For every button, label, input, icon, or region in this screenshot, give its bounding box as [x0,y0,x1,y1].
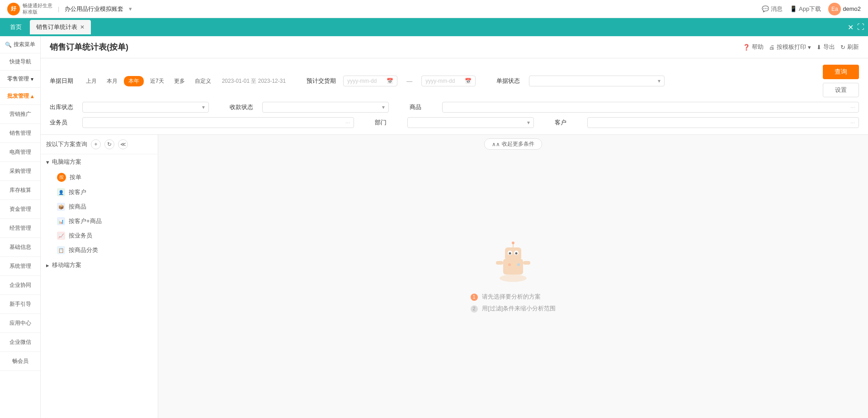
sidebar-item-procurement[interactable]: 采购管理 [0,162,40,181]
customer-input[interactable]: ··· [587,117,859,128]
department-select[interactable]: ▾ [407,117,534,128]
sidebar-item-ecommerce[interactable]: 电商管理 [0,143,40,162]
logo-text: 畅捷通好生意 标准版 [23,3,52,14]
scheme-by-customer-goods[interactable]: 📊 按客户+商品 [41,214,158,228]
sidebar-search[interactable]: 🔍 搜索菜单 [0,36,40,53]
tree-expand-pc-icon: ▾ [46,159,49,166]
collapse-more-bar: ∧∧ 收起更多条件 [158,135,868,153]
empty-tip-1: 1 请先选择要分析的方案 [471,291,556,303]
logo-area: 好 畅捷通好生意 标准版 [7,3,52,15]
user-area[interactable]: Ea demo2 [828,3,861,15]
salesperson-label: 业务员 [50,119,75,127]
panel-layout: 按以下方案查询 + ↻ ≪ ▾ 电脑端方案 按 按单 👤 按客户 [41,135,868,418]
panel-title: 按以下方案查询 [46,140,87,148]
sidebar-quick-nav[interactable]: 快捷导航 [0,53,40,71]
export-btn[interactable]: ⬇ 导出 [816,43,835,51]
add-scheme-btn[interactable]: + [91,139,101,149]
sidebar-item-app-center[interactable]: 应用中心 [0,314,40,333]
app-download-btn[interactable]: 📱 App下载 [790,5,821,13]
refresh-btn[interactable]: ↻ 刷新 [840,43,859,51]
print-dropdown-icon: ▾ [808,44,811,51]
help-btn[interactable]: ❓ 帮助 [743,43,764,51]
filter-row-2: 出库状态 ▾ 收款状态 ▾ 商品 ··· [50,102,859,113]
collapse-more-btn[interactable]: ∧∧ 收起更多条件 [484,138,542,150]
scheme-by-salesperson[interactable]: 📈 按业务员 [41,228,158,243]
date-this-year[interactable]: 本年 [124,76,144,86]
status-select[interactable]: ▾ [529,76,665,86]
expected-date-start[interactable]: yyyy-mm-dd 📅 [343,76,397,86]
customer-label: 客户 [555,119,580,127]
sidebar-item-retail[interactable]: 零售管理 ▾ [0,71,40,88]
sidebar-item-sales[interactable]: 销售管理 [0,124,40,143]
scheme-by-goods[interactable]: 📦 按商品 [41,200,158,214]
close-all-btn[interactable]: ✕ [848,23,854,32]
payment-status-select[interactable]: ▾ [262,102,389,113]
customer-more-icon[interactable]: ··· [850,119,855,126]
content-area: 销售订单统计表(按单) ❓ 帮助 🖨 按模板打印 ▾ ⬇ 导出 ↻ 刷新 [41,36,868,418]
calendar-end-icon: 📅 [465,78,472,84]
expected-date-end[interactable]: yyyy-mm-dd 📅 [421,76,476,86]
top-bar: 好 畅捷通好生意 标准版 | 办公用品行业模拟账套 ▾ 💬 消息 📱 App下载… [0,0,868,18]
scheme-by-order-icon: 按 [57,173,66,182]
date-last-month[interactable]: 上月 [82,76,100,86]
tab-home[interactable]: 首页 [4,20,28,34]
tree-category-mobile[interactable]: ▸ 移动端方案 [41,257,158,273]
sidebar-item-member[interactable]: 畅会员 [0,352,40,371]
sidebar-item-corp-wechat[interactable]: 企业微信 [0,333,40,352]
svg-rect-1 [503,259,523,275]
date-custom[interactable]: 自定义 [191,76,215,86]
salesperson-input[interactable]: ··· [82,117,354,128]
refresh-scheme-btn[interactable]: ↻ [104,139,114,149]
goods-input[interactable]: ··· [442,102,859,113]
tree-category-pc[interactable]: ▾ 电脑端方案 [41,154,158,170]
goods-more-icon[interactable]: ··· [850,104,855,110]
date-7days[interactable]: 近7天 [146,76,168,86]
svg-point-12 [513,263,515,266]
scheme-by-category-icon: 📋 [57,246,65,254]
empty-robot-illustration [491,238,536,284]
tab-close-icon[interactable]: ✕ [80,24,85,30]
salesperson-more-icon[interactable]: ··· [345,119,350,126]
sidebar: 🔍 搜索菜单 快捷导航 零售管理 ▾ 批发管理 ▴ 营销推广 销售管理 电商管理… [0,36,41,418]
status-label: 单据状态 [496,77,522,85]
top-bar-left: 好 畅捷通好生意 标准版 | 办公用品行业模拟账套 ▾ [7,3,132,15]
maximize-btn[interactable]: ⛶ [857,23,864,31]
tab-bar: 首页 销售订单统计表 ✕ ✕ ⛶ [0,18,868,36]
scheme-by-customer-icon: 👤 [57,188,65,196]
print-icon: 🖨 [769,44,775,51]
sidebar-item-guide[interactable]: 新手引导 [0,295,40,314]
sidebar-item-marketing[interactable]: 营销推广 [0,105,40,124]
scheme-by-category[interactable]: 📋 按商品分类 [41,243,158,257]
collapse-panel-btn[interactable]: ≪ [118,139,128,149]
date-dash: — [406,78,412,85]
main-content: ∧∧ 收起更多条件 [158,135,868,418]
collapse-icon: ∧∧ [492,141,500,147]
scheme-by-order[interactable]: 按 按单 [41,170,158,185]
sidebar-item-basic[interactable]: 基础信息 [0,238,40,257]
scheme-by-customer-goods-icon: 📊 [57,217,65,225]
user-name: demo2 [843,5,861,12]
page-title: 销售订单统计表(按单) [50,42,128,52]
payment-status-chevron-icon: ▾ [382,104,385,110]
app-dropdown-icon[interactable]: ▾ [129,5,132,12]
sidebar-item-inventory[interactable]: 库存核算 [0,181,40,200]
date-more[interactable]: 更多 [170,76,189,86]
help-icon: ❓ [743,44,750,51]
scheme-by-customer[interactable]: 👤 按客户 [41,185,158,200]
message-btn[interactable]: 💬 消息 [762,5,783,13]
sidebar-item-enterprise[interactable]: 企业协同 [0,276,40,295]
scheme-by-salesperson-icon: 📈 [57,232,65,240]
settings-button[interactable]: 设置 [823,83,859,97]
sidebar-item-system[interactable]: 系统管理 [0,257,40,276]
filter-panel: 单据日期 上月 本月 本年 近7天 更多 自定义 2023-01-01 至 20… [41,58,868,135]
print-btn[interactable]: 🖨 按模板打印 ▾ [769,43,811,51]
empty-tip-2: 2 用[过滤]条件来缩小分析范围 [471,303,556,314]
export-icon: ⬇ [816,44,821,51]
sidebar-item-wholesale[interactable]: 批发管理 ▴ [0,88,40,105]
tab-sales-order[interactable]: 销售订单统计表 ✕ [30,20,91,34]
date-this-month[interactable]: 本月 [103,76,121,86]
search-button[interactable]: 查询 [823,65,859,79]
sidebar-item-finance[interactable]: 资金管理 [0,200,40,219]
sidebar-item-operations[interactable]: 经营管理 [0,219,40,238]
out-status-select[interactable]: ▾ [82,102,209,113]
